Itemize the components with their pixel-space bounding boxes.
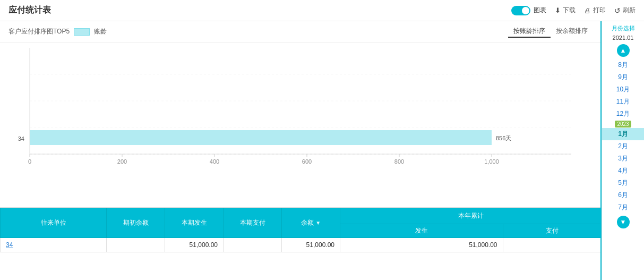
sidebar-month-11[interactable]: 11月 bbox=[602, 96, 644, 108]
chart-legend: 客户应付排序图TOP5 账龄 bbox=[8, 27, 107, 36]
bar-chart-svg: 34 856天 0 200 400 600 800 1,000 bbox=[8, 48, 593, 181]
col-current-amount: 本期发生 bbox=[165, 208, 224, 238]
sort-buttons: 按账龄排序 按余额排序 bbox=[508, 26, 593, 38]
x-tick-800: 800 bbox=[394, 158, 404, 165]
sidebar-year-2023[interactable]: 2023 bbox=[615, 121, 631, 128]
download-button[interactable]: 下载 bbox=[555, 6, 576, 15]
chart-toggle-wrap: 图表 bbox=[511, 6, 546, 15]
sidebar-title: 月份选择 bbox=[609, 21, 637, 33]
page-title: 应付统计表 bbox=[8, 5, 51, 16]
chart-wrapper: 34 856天 0 200 400 600 800 1,000 bbox=[0, 43, 602, 207]
header-actions: 图表 下载 打印 刷新 bbox=[511, 6, 636, 15]
download-label: 下载 bbox=[563, 6, 576, 15]
print-label: 打印 bbox=[593, 6, 606, 15]
sidebar-month-10[interactable]: 10月 bbox=[602, 83, 644, 96]
refresh-button[interactable]: 刷新 bbox=[614, 6, 636, 15]
stats-table: 往来单位 期初余额 本期发生 本期支付 余额 ▼ 本年累计 发生 bbox=[0, 208, 602, 252]
bar-end-label: 856天 bbox=[496, 135, 511, 141]
print-button[interactable]: 打印 bbox=[584, 6, 606, 15]
refresh-label: 刷新 bbox=[623, 6, 636, 15]
sidebar-down-button[interactable]: ▼ bbox=[617, 216, 630, 228]
col-unit: 往来单位 bbox=[1, 208, 107, 238]
col-ytd: 本年累计 bbox=[340, 208, 602, 224]
sidebar-month-2[interactable]: 2月 bbox=[602, 140, 644, 152]
table-body: 34 51,000.00 51,000.00 51,000.00 bbox=[1, 238, 602, 252]
sidebar-month-12[interactable]: 12月 bbox=[602, 108, 644, 120]
col-balance: 余额 ▼ bbox=[282, 208, 340, 238]
legend-box-label: 账龄 bbox=[94, 27, 107, 36]
x-tick-0: 0 bbox=[28, 158, 31, 165]
sidebar-month-4[interactable]: 4月 bbox=[602, 165, 644, 177]
refresh-icon bbox=[614, 6, 621, 15]
cell-opening bbox=[107, 238, 165, 252]
col-ytd-payment: 支付 bbox=[503, 224, 601, 238]
sidebar-month-3[interactable]: 3月 bbox=[602, 152, 644, 165]
cell-ytd-amount: 51,000.00 bbox=[340, 238, 503, 252]
sidebar-month-5[interactable]: 5月 bbox=[602, 177, 644, 189]
sort-by-amount-button[interactable]: 按账龄排序 bbox=[508, 26, 551, 38]
col-current-payment: 本期支付 bbox=[224, 208, 282, 238]
chart-section: 客户应付排序图TOP5 账龄 按账龄排序 按余额排序 bbox=[0, 21, 602, 280]
chart-header: 客户应付排序图TOP5 账龄 按账龄排序 按余额排序 bbox=[0, 21, 602, 43]
sidebar-month-6[interactable]: 6月 bbox=[602, 189, 644, 201]
cell-current-amount: 51,000.00 bbox=[165, 238, 224, 252]
col-ytd-amount: 发生 bbox=[340, 224, 503, 238]
cell-unit: 34 bbox=[1, 238, 107, 252]
legend-title: 客户应付排序图TOP5 bbox=[8, 27, 70, 36]
bar-34 bbox=[30, 130, 492, 145]
table-row: 34 51,000.00 51,000.00 51,000.00 bbox=[1, 238, 602, 252]
cell-current-payment bbox=[224, 238, 282, 252]
unit-link[interactable]: 34 bbox=[6, 241, 13, 249]
sort-by-balance-button[interactable]: 按余额排序 bbox=[551, 26, 593, 38]
col-opening: 期初余额 bbox=[107, 208, 165, 238]
sidebar-month-1[interactable]: 1月 bbox=[602, 128, 644, 140]
x-tick-1000: 1,000 bbox=[484, 158, 499, 165]
cell-balance: 51,000.00 bbox=[282, 238, 340, 252]
table-section: 往来单位 期初余额 本期发生 本期支付 余额 ▼ 本年累计 发生 bbox=[0, 207, 602, 252]
print-icon bbox=[584, 6, 591, 14]
col-balance-text: 余额 bbox=[301, 219, 314, 226]
sidebar-month-7[interactable]: 7月 bbox=[602, 201, 644, 214]
col-balance-icon: ▼ bbox=[315, 220, 321, 226]
main-content: 客户应付排序图TOP5 账龄 按账龄排序 按余额排序 bbox=[0, 21, 644, 280]
sidebar-month-8[interactable]: 8月 bbox=[602, 59, 644, 71]
cell-ytd-payment bbox=[503, 238, 601, 252]
download-icon bbox=[555, 6, 561, 14]
sidebar-up-button[interactable]: ▲ bbox=[617, 44, 630, 57]
sidebar-month-9[interactable]: 9月 bbox=[602, 71, 644, 83]
x-tick-600: 600 bbox=[302, 158, 312, 165]
app-header: 应付统计表 图表 下载 打印 刷新 bbox=[0, 0, 644, 21]
sidebar-current-date: 2021.01 bbox=[611, 33, 636, 42]
toggle-label: 图表 bbox=[534, 6, 546, 15]
x-tick-200: 200 bbox=[117, 158, 127, 165]
x-tick-400: 400 bbox=[210, 158, 219, 165]
sidebar: 月份选择 2021.01 ▲ 8月 9月 10月 11月 12月 2023 1月… bbox=[602, 21, 644, 280]
y-label-34: 34 bbox=[18, 135, 24, 142]
chart-toggle[interactable] bbox=[511, 6, 530, 15]
legend-box bbox=[74, 28, 90, 36]
